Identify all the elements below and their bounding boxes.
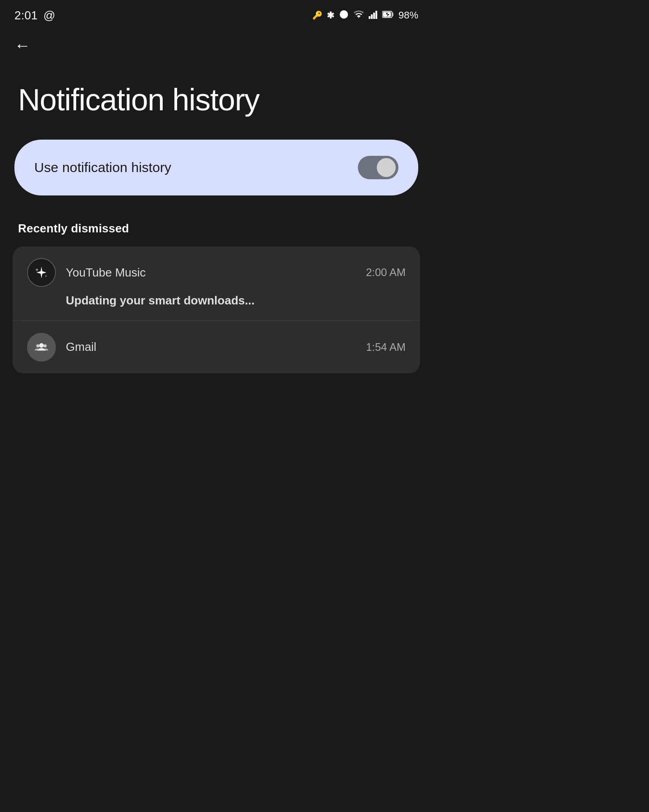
section-label: Recently dismissed bbox=[18, 222, 129, 235]
gmail-app-icon bbox=[27, 333, 56, 362]
signal-icon bbox=[369, 10, 378, 21]
back-button[interactable]: ← bbox=[14, 36, 31, 55]
notification-time-gmail: 1:54 AM bbox=[366, 341, 406, 354]
notification-body-youtube: Updating your smart downloads... bbox=[27, 293, 406, 308]
battery-percent: 98% bbox=[398, 9, 418, 21]
notification-message-youtube: Updating your smart downloads... bbox=[66, 294, 255, 307]
app-info-gmail: Gmail bbox=[27, 333, 96, 362]
svg-rect-4 bbox=[373, 13, 375, 19]
status-bar: 2:01 @ 🔑 ✱ bbox=[0, 0, 433, 27]
svg-point-10 bbox=[37, 344, 40, 347]
toggle-label: Use notification history bbox=[34, 160, 171, 175]
toggle-card[interactable]: Use notification history bbox=[14, 140, 418, 195]
key-icon: 🔑 bbox=[312, 10, 322, 20]
notification-header-row: YouTube Music 2:00 AM bbox=[27, 258, 406, 287]
toggle-knob bbox=[377, 158, 396, 177]
bluetooth-icon: ✱ bbox=[327, 10, 334, 21]
mute-icon bbox=[339, 9, 349, 22]
app-info: YouTube Music bbox=[27, 258, 146, 287]
notification-header-row-gmail: Gmail 1:54 AM bbox=[27, 333, 406, 362]
toggle-section: Use notification history bbox=[0, 140, 433, 195]
app-name-gmail: Gmail bbox=[66, 340, 96, 354]
wifi-icon bbox=[353, 10, 364, 21]
status-at: @ bbox=[43, 9, 55, 22]
svg-rect-2 bbox=[369, 16, 370, 19]
use-notification-history-toggle[interactable] bbox=[358, 156, 398, 179]
svg-rect-1 bbox=[343, 14, 345, 16]
svg-point-9 bbox=[39, 343, 44, 348]
notifications-container: YouTube Music 2:00 AM Updating your smar… bbox=[0, 246, 433, 373]
list-item[interactable]: YouTube Music 2:00 AM Updating your smar… bbox=[13, 246, 420, 321]
status-time: 2:01 bbox=[14, 9, 38, 22]
status-time-section: 2:01 @ bbox=[14, 9, 55, 23]
recently-dismissed-section-header: Recently dismissed bbox=[0, 217, 433, 246]
youtube-music-app-icon bbox=[27, 258, 56, 287]
page-title: Notification history bbox=[18, 82, 415, 117]
svg-rect-3 bbox=[371, 14, 373, 19]
battery-icon bbox=[382, 10, 394, 20]
status-icons: 🔑 ✱ bbox=[312, 9, 418, 22]
svg-rect-7 bbox=[392, 13, 393, 16]
back-button-row: ← bbox=[0, 27, 433, 59]
svg-rect-5 bbox=[375, 11, 377, 19]
list-item[interactable]: Gmail 1:54 AM bbox=[13, 321, 420, 373]
notification-time-youtube: 2:00 AM bbox=[366, 266, 406, 279]
svg-point-11 bbox=[44, 344, 47, 347]
page-title-section: Notification history bbox=[0, 59, 433, 140]
app-name-youtube-music: YouTube Music bbox=[66, 266, 146, 280]
notification-card: YouTube Music 2:00 AM Updating your smar… bbox=[13, 246, 420, 373]
